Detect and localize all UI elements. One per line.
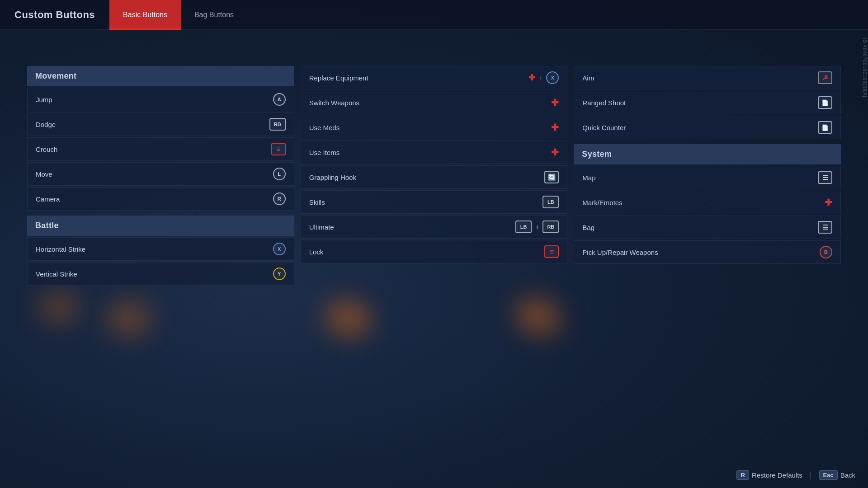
list-item-move[interactable]: Move L xyxy=(27,162,294,186)
section-header-battle: Battle xyxy=(27,216,294,236)
badge-b: B xyxy=(820,246,832,258)
section-header-system: System xyxy=(574,144,841,164)
badge-lb: LB xyxy=(542,196,559,208)
badge-cross-mark: ✚ xyxy=(825,197,832,208)
list-item-use-items[interactable]: Use Items ✚ xyxy=(301,141,568,164)
footer-divider: | xyxy=(810,470,812,480)
restore-defaults-button[interactable]: R Restore Defaults xyxy=(736,470,802,480)
list-item-replace-equipment[interactable]: Replace Equipment ✚ + X xyxy=(301,66,568,89)
badge-rb-ult: RB xyxy=(542,221,559,233)
page-title: Custom Buttons xyxy=(0,9,109,21)
badge-x: X xyxy=(273,243,286,255)
section-header-movement: Movement xyxy=(27,66,294,86)
column-movement: Movement Jump A Dodge RB Crouch ☰ Move L xyxy=(27,66,294,286)
badge-cross-meds: ✚ xyxy=(551,122,559,133)
bg-light-4 xyxy=(335,307,371,334)
key-r: R xyxy=(736,470,749,480)
list-item-skills[interactable]: Skills LB xyxy=(301,190,568,214)
list-item-vertical-strike[interactable]: Vertical Strike Y xyxy=(27,262,294,286)
tab-basic-buttons[interactable]: Basic Buttons xyxy=(109,0,181,30)
column-actions: Replace Equipment ✚ + X Switch Weapons ✚… xyxy=(301,66,568,286)
bg-light-1 xyxy=(41,294,77,321)
list-item-bag[interactable]: Bag ☰ xyxy=(574,216,841,239)
key-esc: Esc xyxy=(819,470,838,480)
list-item-lock[interactable]: Lock ☰ xyxy=(301,240,568,263)
list-item-horizontal-strike[interactable]: Horizontal Strike X xyxy=(27,237,294,261)
bg-light-6 xyxy=(524,307,561,334)
badge-quick: 📄 xyxy=(818,121,832,134)
badge-cross-switch: ✚ xyxy=(551,97,559,108)
list-item-jump[interactable]: Jump A xyxy=(27,88,294,111)
back-label: Back xyxy=(840,471,855,479)
badge-bag: ☰ xyxy=(818,221,832,234)
badge-a: A xyxy=(273,93,286,106)
badge-x-replace: X xyxy=(546,71,559,84)
list-item-ultimate[interactable]: Ultimate LB + RB xyxy=(301,215,568,239)
list-item-crouch[interactable]: Crouch ☰ xyxy=(27,137,294,161)
badge-grapple: 🔄 xyxy=(544,171,559,183)
badge-l: L xyxy=(273,168,286,180)
list-item-ranged-shoot[interactable]: Ranged Shoot 📄 xyxy=(574,91,841,114)
badge-cross-items: ✚ xyxy=(551,147,559,158)
tab-bag-buttons[interactable]: Bag Buttons xyxy=(181,0,247,30)
list-item-map[interactable]: Map ☰ xyxy=(574,166,841,189)
list-item-switch-weapons[interactable]: Switch Weapons ✚ xyxy=(301,91,568,114)
badge-ranged: 📄 xyxy=(818,96,832,109)
list-item-aim[interactable]: Aim ☭ xyxy=(574,66,841,89)
column-system: Aim ☭ Ranged Shoot 📄 Quick Counter 📄 Sys… xyxy=(574,66,841,286)
badge-y: Y xyxy=(273,267,286,280)
bg-light-2 xyxy=(108,303,149,334)
footer: R Restore Defaults | Esc Back xyxy=(724,462,868,488)
restore-defaults-label: Restore Defaults xyxy=(752,471,802,479)
badge-rb: RB xyxy=(269,118,286,131)
main-content: Movement Jump A Dodge RB Crouch ☰ Move L xyxy=(0,30,868,286)
header: Custom Buttons Basic Buttons Bag Buttons xyxy=(0,0,868,30)
badge-tr-lock: ☰ xyxy=(544,245,559,258)
back-button[interactable]: Esc Back xyxy=(819,470,856,480)
badge-aim: ☭ xyxy=(818,71,832,84)
list-item-grappling-hook[interactable]: Grappling Hook 🔄 xyxy=(301,165,568,189)
badge-r: R xyxy=(273,192,286,205)
list-item-dodge[interactable]: Dodge RB xyxy=(27,113,294,136)
list-item-use-meds[interactable]: Use Meds ✚ xyxy=(301,116,568,139)
badge-lb-ult: LB xyxy=(515,221,532,233)
list-item-pickup-repair[interactable]: Pick Up/Repair Weapons B xyxy=(574,240,841,264)
list-item-quick-counter[interactable]: Quick Counter 📄 xyxy=(574,116,841,139)
list-item-camera[interactable]: Camera R xyxy=(27,187,294,211)
badge-map: ☰ xyxy=(818,171,832,184)
badge-cross-replace: ✚ xyxy=(528,73,535,83)
list-item-mark-emotes[interactable]: Mark/Emotes ✚ xyxy=(574,191,841,214)
badge-tl: ☰ xyxy=(271,143,286,155)
